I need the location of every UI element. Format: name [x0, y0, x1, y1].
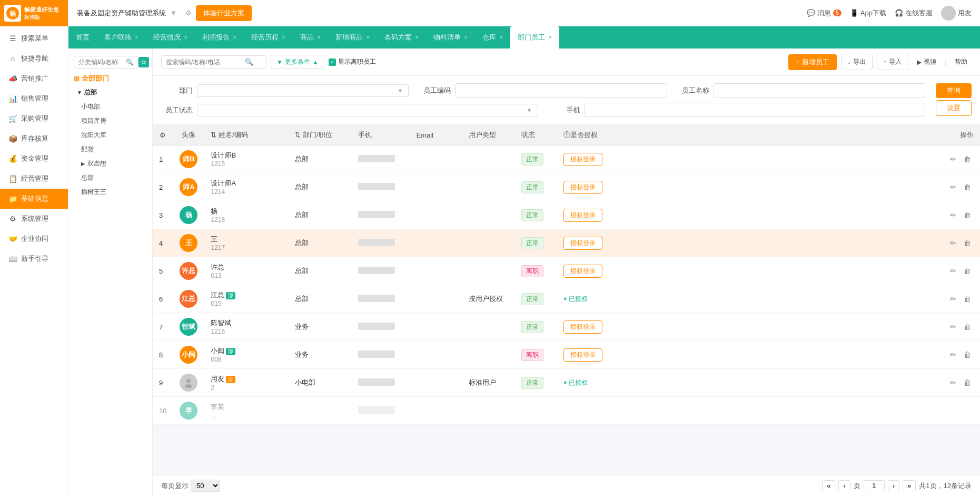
topbar-settings-icon[interactable]: ⚙: [185, 9, 192, 17]
edit-btn[interactable]: ✏: [947, 153, 959, 165]
edit-btn[interactable]: ✏: [947, 237, 959, 249]
dept-refresh-btn[interactable]: ⟳: [138, 57, 149, 67]
tab-customer-close[interactable]: ×: [135, 34, 138, 41]
tab-bom-close[interactable]: ×: [464, 34, 468, 41]
sidebar-item-guide[interactable]: 📖 新手引导: [0, 249, 68, 269]
export-btn[interactable]: ↓ 导出: [841, 54, 873, 70]
dept-item-general[interactable]: ▼总部: [73, 85, 148, 100]
import-btn[interactable]: ↑ 导入: [877, 54, 908, 70]
tab-dept-employee[interactable]: 部门员工 ×: [510, 26, 559, 48]
view-btn[interactable]: ▶ 视频: [913, 55, 941, 69]
query-btn[interactable]: 查询: [936, 83, 972, 98]
auth-btn[interactable]: 授权登录: [563, 348, 602, 362]
sidebar-item-sales[interactable]: 📊 销售管理: [0, 89, 68, 109]
edit-btn[interactable]: ✏: [947, 321, 959, 333]
sidebar-item-nav[interactable]: ⌂ 快捷导航: [0, 48, 68, 69]
emp-code-input[interactable]: [455, 83, 667, 98]
topbar-dropdown-icon[interactable]: ▼: [170, 9, 177, 17]
edit-btn[interactable]: ✏: [947, 209, 959, 221]
edit-btn[interactable]: ✏: [947, 181, 959, 193]
sidebar-item-system[interactable]: ⚙ 系统管理: [0, 209, 68, 229]
sidebar-item-purchase[interactable]: 🛒 采购管理: [0, 109, 68, 129]
next-page-btn[interactable]: ›: [888, 480, 899, 491]
col-settings[interactable]: ⚙: [153, 125, 173, 145]
sidebar-item-collab[interactable]: 🤝 企业协同: [0, 229, 68, 249]
delete-btn[interactable]: 🗑: [961, 321, 974, 333]
dept-search-input[interactable]: [78, 59, 126, 66]
last-page-btn[interactable]: »: [903, 480, 916, 491]
tab-barcode-close[interactable]: ×: [415, 34, 419, 41]
tab-operations-close[interactable]: ×: [184, 34, 187, 41]
page-size-select[interactable]: 50 100: [191, 480, 220, 492]
col-phone-header[interactable]: 手机: [352, 125, 410, 145]
employee-search-icon[interactable]: 🔍: [245, 58, 253, 66]
more-filter-btn[interactable]: ▼ 更多条件 ▲: [271, 55, 324, 69]
show-resigned-checkbox[interactable]: ✓ 显示离职员工: [329, 57, 376, 66]
sidebar-item-search[interactable]: ☰ 搜索菜单: [0, 28, 68, 48]
tab-history-close[interactable]: ×: [282, 34, 285, 41]
edit-btn[interactable]: ✏: [947, 265, 959, 277]
dept-item-shuanglv[interactable]: ▶双虑想: [73, 157, 148, 171]
edit-btn[interactable]: ✏: [947, 377, 959, 388]
col-name-header[interactable]: ⇅ 姓名/编码: [204, 125, 289, 145]
col-dept-header[interactable]: ⇅ 部门/职位: [289, 125, 352, 145]
phone-input[interactable]: [585, 103, 926, 117]
delete-btn[interactable]: 🗑: [961, 237, 974, 249]
tab-add-goods-close[interactable]: ×: [366, 34, 370, 41]
emp-status-select[interactable]: ▼: [197, 104, 538, 116]
auth-btn[interactable]: 授权登录: [563, 181, 602, 194]
dept-item-shenyang[interactable]: 沈阳大库: [73, 128, 148, 142]
online-service-btn[interactable]: 🎧 在线客服: [895, 8, 933, 18]
sidebar-item-ops[interactable]: 📋 经营管理: [0, 169, 68, 189]
tab-goods[interactable]: 商品 ×: [293, 26, 328, 48]
add-employee-btn[interactable]: + 新增员工: [788, 54, 836, 70]
delete-btn[interactable]: 🗑: [961, 153, 974, 165]
trial-button[interactable]: 体验行业方案: [196, 5, 252, 21]
edit-btn[interactable]: ✏: [947, 349, 959, 361]
dept-search-icon[interactable]: 🔍: [126, 59, 134, 66]
tab-home[interactable]: 首页: [68, 26, 97, 48]
employee-search-input[interactable]: [166, 59, 245, 66]
messages-btn[interactable]: 💬 消息 5: [807, 8, 842, 18]
page-number-input[interactable]: [864, 480, 885, 491]
sidebar-item-inventory[interactable]: 📦 库存核算: [0, 129, 68, 149]
tab-barcode[interactable]: 条码方案 ×: [377, 26, 426, 48]
first-page-btn[interactable]: «: [822, 480, 835, 491]
dept-item-delivery[interactable]: 配货: [73, 142, 148, 157]
edit-btn[interactable]: ✏: [947, 293, 959, 305]
auth-btn[interactable]: 授权登录: [563, 265, 602, 278]
dept-item-project[interactable]: 项目库房: [73, 114, 148, 128]
reset-btn[interactable]: 设置: [936, 100, 972, 116]
tab-add-goods[interactable]: 新增商品 ×: [328, 26, 377, 48]
dept-item-general2[interactable]: 总部: [73, 171, 148, 185]
sidebar-item-marketing[interactable]: 📣 营销推广: [0, 69, 68, 89]
dept-item-chashuwang[interactable]: 插树王三: [73, 185, 148, 199]
delete-btn[interactable]: 🗑: [961, 293, 974, 305]
auth-btn[interactable]: 授权登录: [563, 320, 602, 334]
tab-dept-employee-close[interactable]: ×: [548, 34, 552, 41]
delete-btn[interactable]: 🗑: [961, 265, 974, 277]
delete-btn[interactable]: 🗑: [961, 181, 974, 193]
sidebar-item-finance[interactable]: 💰 资金管理: [0, 149, 68, 169]
tab-history[interactable]: 经营历程 ×: [244, 26, 293, 48]
dept-filter-select[interactable]: ▼: [197, 84, 409, 97]
prev-page-btn[interactable]: ‹: [838, 480, 850, 491]
emp-name-input[interactable]: [714, 83, 925, 98]
delete-btn[interactable]: 🗑: [961, 377, 974, 388]
app-download-btn[interactable]: 📱 App下载: [850, 8, 886, 18]
dept-item-small-elec[interactable]: 小电部: [73, 100, 148, 114]
auth-btn[interactable]: 授权登录: [563, 209, 602, 222]
auth-btn[interactable]: 授权登录: [563, 153, 602, 166]
delete-btn[interactable]: 🗑: [961, 209, 974, 221]
tab-operations[interactable]: 经营情况 ×: [146, 26, 195, 48]
user-menu[interactable]: 用友: [941, 6, 972, 21]
tab-profit[interactable]: 利润报告 ×: [195, 26, 244, 48]
delete-btn[interactable]: 🗑: [961, 349, 974, 361]
tab-goods-close[interactable]: ×: [317, 34, 321, 41]
tab-profit-close[interactable]: ×: [233, 34, 236, 41]
sidebar-item-basic[interactable]: 📁 基础信息: [0, 189, 68, 209]
tab-warehouse[interactable]: 仓库 ×: [475, 26, 510, 48]
tab-customer[interactable]: 客户联络 ×: [97, 26, 146, 48]
tab-bom[interactable]: 物料清单 ×: [426, 26, 475, 48]
tab-warehouse-close[interactable]: ×: [499, 34, 503, 41]
